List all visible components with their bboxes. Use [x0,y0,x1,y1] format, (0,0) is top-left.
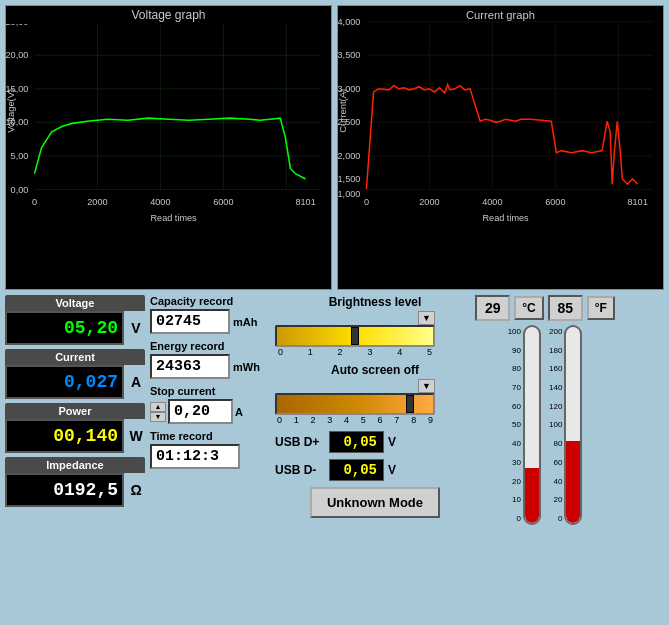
svg-text:2000: 2000 [419,197,439,207]
svg-text:0: 0 [364,197,369,207]
usbd-plus-row: USB D+ 0,05 V [275,431,475,453]
svg-rect-0 [6,6,331,289]
voltage-graph-title: Voltage graph [6,6,331,24]
svg-text:2,000: 2,000 [338,151,360,161]
power-display: 00,140 [5,419,124,453]
current-display: 0,027 [5,365,124,399]
current-block: Current 0,027 A [5,349,145,399]
brightness-label: Brightness level [275,295,475,309]
autoscreen-slider-track[interactable] [275,393,435,415]
time-record-input[interactable] [150,444,240,469]
voltage-graph-container: Voltage graph 25,00 20,00 15,00 10,00 5,… [5,5,332,290]
current-label: Current [5,349,145,365]
fahrenheit-unit-button[interactable]: °F [587,296,615,320]
usbd-minus-label: USB D- [275,463,325,477]
fahrenheit-temp-display: 85 [548,295,583,321]
svg-text:3,500: 3,500 [338,50,360,60]
voltage-display: 05,20 [5,311,124,345]
impedance-block: Impedance 0192,5 Ω [5,457,145,507]
stop-current-block: Stop current ▲ ▼ A [150,385,270,424]
energy-record-label: Energy record [150,340,270,352]
fahrenheit-labels: 200 180 160 140 120 100 80 60 40 20 0 [549,325,562,525]
autoscreen-ticks: 0123456789 [275,415,435,425]
stop-current-down-btn[interactable]: ▼ [150,412,166,422]
autoscreen-block: Auto screen off ▼ 0123456789 [275,363,475,425]
stop-current-input[interactable] [168,399,233,424]
controls-section: Voltage 05,20 V Current 0,027 A [0,290,669,625]
impedance-label: Impedance [5,457,145,473]
celsius-tube [523,325,541,525]
power-block: Power 00,140 W [5,403,145,453]
voltage-graph-svg: 25,00 20,00 15,00 10,00 5,00 0,00 0 [6,6,331,289]
svg-text:1,000: 1,000 [338,189,360,199]
time-record-label: Time record [150,430,270,442]
svg-text:Voltage(V): Voltage(V) [6,89,16,133]
time-record-block: Time record [150,430,270,469]
celsius-thermometer: 100 90 80 70 60 50 40 30 20 10 0 [508,325,541,620]
main-container: Voltage graph 25,00 20,00 15,00 10,00 5,… [0,0,669,625]
celsius-labels: 100 90 80 70 60 50 40 30 20 10 0 [508,325,521,525]
brightness-dropdown-btn[interactable]: ▼ [418,311,435,325]
svg-text:1,500: 1,500 [338,174,360,184]
svg-text:Read times: Read times [483,213,529,223]
brightness-block: Brightness level ▼ 012345 [275,295,475,357]
fahrenheit-tube [564,325,582,525]
svg-text:8101: 8101 [295,197,315,207]
current-unit: A [127,374,145,390]
celsius-temp-display: 29 [475,295,510,321]
svg-text:2000: 2000 [87,197,107,207]
svg-text:0,00: 0,00 [11,184,29,194]
energy-record-unit: mWh [233,361,260,373]
voltage-value: 05,20 [64,318,118,338]
current-value: 0,027 [64,372,118,392]
power-value: 00,140 [53,426,118,446]
autoscreen-dropdown-btn[interactable]: ▼ [418,379,435,393]
svg-text:8101: 8101 [627,197,647,207]
unknown-mode-button[interactable]: Unknown Mode [310,487,440,518]
celsius-thermo-scale: 100 90 80 70 60 50 40 30 20 10 0 [508,325,541,525]
left-panel: Voltage 05,20 V Current 0,027 A [5,295,145,620]
brightness-slider-track[interactable] [275,325,435,347]
voltage-label: Voltage [5,295,145,311]
svg-text:6000: 6000 [213,197,233,207]
brightness-dropdown-row: ▼ [275,311,435,325]
svg-text:Current(A): Current(A) [338,89,348,133]
power-label: Power [5,403,145,419]
svg-text:Current graph: Current graph [466,8,535,20]
voltage-unit: V [127,320,145,336]
energy-record-block: Energy record mWh [150,340,270,379]
celsius-unit-button[interactable]: °C [514,296,543,320]
stop-current-up-btn[interactable]: ▲ [150,402,166,412]
impedance-unit: Ω [127,482,145,498]
fahrenheit-thermo-scale: 200 180 160 140 120 100 80 60 40 20 0 [549,325,582,525]
fahrenheit-fill [566,441,580,523]
svg-text:4000: 4000 [482,197,502,207]
fahrenheit-thermometer: 200 180 160 140 120 100 80 60 40 20 0 [549,325,582,620]
capacity-record-unit: mAh [233,316,257,328]
stop-current-spinner: ▲ ▼ [150,399,233,424]
energy-record-input[interactable] [150,354,230,379]
autoscreen-label: Auto screen off [275,363,475,377]
svg-text:20,00: 20,00 [6,50,28,60]
stop-current-label: Stop current [150,385,270,397]
capacity-record-block: Capacity record mAh [150,295,270,334]
usbd-plus-value: 0,05 [329,431,384,453]
thermometers-row: 100 90 80 70 60 50 40 30 20 10 0 [480,325,610,620]
stop-current-unit: A [235,406,243,418]
svg-text:5,00: 5,00 [11,151,29,161]
capacity-record-input[interactable] [150,309,230,334]
usbd-minus-value: 0,05 [329,459,384,481]
power-unit: W [127,428,145,444]
svg-text:0: 0 [32,197,37,207]
usbd-minus-unit: V [388,463,396,477]
impedance-value: 0192,5 [53,480,118,500]
svg-text:4,000: 4,000 [338,17,360,27]
voltage-block: Voltage 05,20 V [5,295,145,345]
svg-text:4000: 4000 [150,197,170,207]
current-graph-svg: 4,000 3,500 3,000 2,500 2,000 1,500 1,00… [338,6,663,289]
svg-text:Read times: Read times [151,213,197,223]
impedance-display: 0192,5 [5,473,124,507]
graphs-section: Voltage graph 25,00 20,00 15,00 10,00 5,… [0,0,669,290]
brightness-ticks: 012345 [275,347,435,357]
svg-text:6000: 6000 [545,197,565,207]
